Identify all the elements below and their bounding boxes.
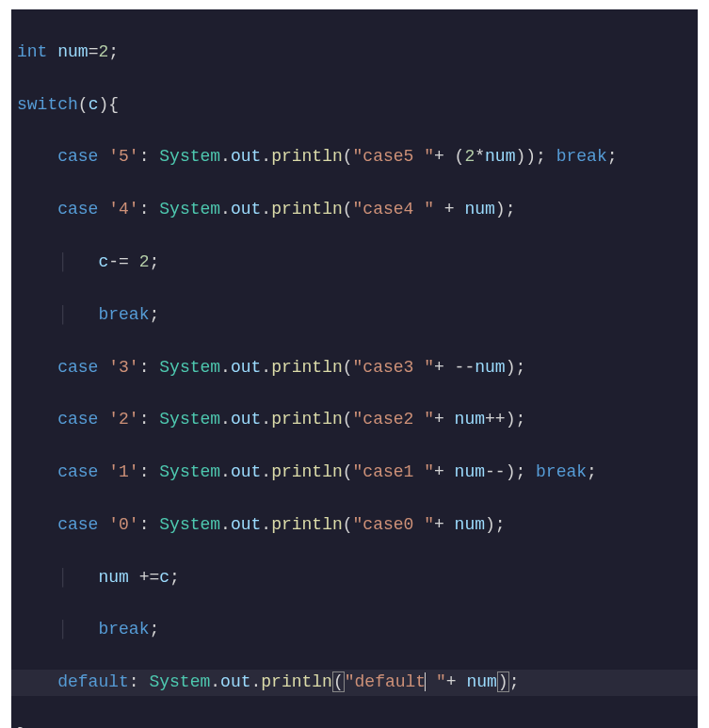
open-paren: ( [78,95,89,114]
var-num: num [464,200,494,218]
semi: ; [515,462,525,481]
fn-println: println [271,147,343,166]
dot: . [251,672,262,691]
kw-default: default [57,672,129,691]
semi: ; [536,147,546,166]
char-3: '3' [108,358,138,377]
colon: : [139,358,150,377]
semi: ; [509,672,520,691]
open-paren: ( [343,462,353,481]
colon: : [139,200,150,218]
cls-system: System [159,462,220,481]
code-line-14: } [11,722,698,728]
open-paren: ( [343,147,353,166]
kw-case: case [57,462,98,481]
dot: . [220,462,231,481]
prop-out: out [231,515,261,534]
fn-println: println [271,358,343,377]
op-plus-eq: += [139,568,160,587]
prop-out: out [231,358,261,377]
fn-println: println [271,200,343,218]
lit-2: 2 [464,147,475,166]
code-line-9: case '1': System.out.println("case1 "+ n… [11,460,698,486]
fn-println: println [271,410,343,429]
close-paren: ) [525,147,536,166]
close-paren-brace: ){ [98,95,119,114]
open-paren: ( [343,358,353,377]
str-case0: "case0 " [353,515,434,534]
kw-break: break [98,305,149,324]
semi: ; [515,410,525,429]
bracket-match-close: ) [497,671,509,692]
kw-int: int [17,42,47,61]
var-c: c [89,95,99,114]
kw-break: break [98,620,149,639]
fn-println: println [271,515,343,534]
kw-case: case [57,358,98,377]
open-paren-2: ( [455,147,465,166]
kw-break: break [536,462,587,481]
op-star: * [475,147,485,166]
semi-2: ; [587,462,597,481]
semi: ; [149,620,159,639]
code-line-2: switch(c){ [11,92,698,119]
semi: ; [495,515,506,534]
op-minus-eq: -= [108,252,129,271]
lit-2: 2 [139,252,150,271]
str-case1: "case1 " [353,462,434,481]
op-plus: + [434,410,444,429]
kw-break: break [556,147,607,166]
dot: . [220,410,231,429]
var-num: num [57,42,88,61]
var-num: num [466,672,496,691]
fn-println: println [271,462,343,481]
cls-system: System [149,672,210,691]
str-default-tail: " [426,672,446,691]
close-paren-2: ) [515,147,525,166]
op-plus: + [444,200,455,218]
var-num: num [98,568,128,587]
open-paren: ( [343,515,353,534]
code-line-1: int num=2; [11,40,698,66]
dot: . [210,672,220,691]
cls-system: System [159,358,220,377]
op-plus: + [446,672,457,691]
op-plus: + [434,358,444,377]
var-num: num [455,515,485,534]
semi: ; [515,358,525,377]
str-case5: "case5 " [353,147,434,166]
dot: . [261,147,271,166]
op-plus: + [434,147,444,166]
op-inc: ++ [485,410,506,429]
open-paren: ( [343,410,353,429]
char-1: '1' [108,462,138,481]
dot: . [220,515,231,534]
str-case4: "case4 " [353,200,434,218]
op-eq: = [89,42,99,61]
kw-case: case [57,515,98,534]
char-2: '2' [108,410,138,429]
cls-system: System [159,515,220,534]
str-case3: "case3 " [353,358,434,377]
semi: ; [169,568,180,587]
op-dec: -- [485,462,506,481]
op-plus: + [434,462,444,481]
char-0: '0' [108,515,138,534]
code-line-3: case '5': System.out.println("case5 "+ (… [11,144,698,170]
code-line-5: │ c-= 2; [11,250,698,276]
colon: : [129,672,139,691]
code-line-4: case '4': System.out.println("case4 " + … [11,197,698,223]
open-paren: ( [343,200,353,218]
cls-system: System [159,410,220,429]
bracket-match-open: ( [332,671,345,692]
semi-2: ; [607,147,618,166]
kw-switch: switch [17,95,78,114]
op-plus: + [434,515,444,534]
code-line-8: case '2': System.out.println("case2 "+ n… [11,407,698,433]
var-c: c [159,568,169,587]
prop-out: out [231,147,261,166]
colon: : [139,410,150,429]
code-line-13-highlighted: default: System.out.println("default "+ … [11,670,698,696]
dot: . [261,462,271,481]
var-c: c [98,252,108,271]
